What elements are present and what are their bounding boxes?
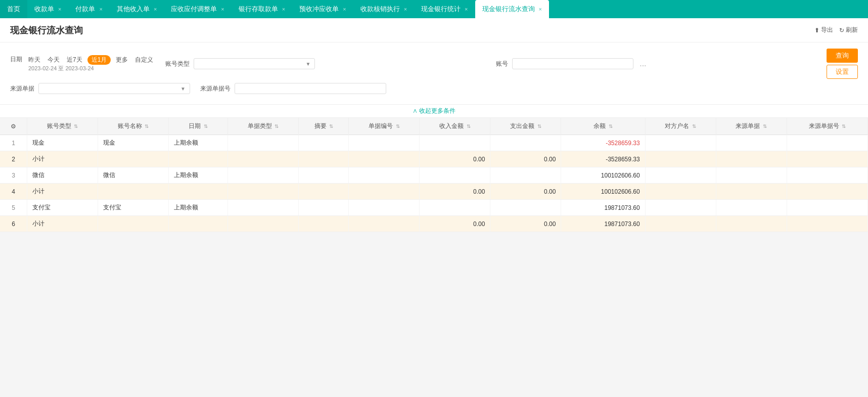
cell-doc-no: [349, 216, 420, 232]
export-button[interactable]: ⬆ 导出: [814, 26, 833, 34]
account-type-label: 账号类型: [165, 60, 190, 68]
col-account-name[interactable]: 账号名称 ⇅: [98, 118, 169, 135]
col-date[interactable]: 日期 ⇅: [169, 118, 228, 135]
cell-date: [169, 184, 228, 200]
account-label: 账号: [496, 60, 508, 68]
cell-expense: [490, 135, 561, 151]
col-counterparty[interactable]: 对方户名 ⇅: [645, 118, 716, 135]
cell-income: [420, 135, 490, 151]
close-icon[interactable]: ×: [221, 0, 224, 18]
filter-row-2: 来源单据 ▼ 来源单据号: [10, 83, 858, 94]
date-opt-1month[interactable]: 近1月: [87, 55, 111, 65]
cell-expense: 0.00: [490, 216, 561, 232]
row-number: 3: [0, 167, 27, 184]
nav-cash-flow[interactable]: 现金银行流水查询 ×: [475, 0, 549, 18]
cell-counterparty: [645, 135, 716, 151]
cell-date: [169, 151, 228, 167]
account-type-select[interactable]: ▼: [194, 58, 315, 69]
col-gear[interactable]: ⚙: [0, 118, 27, 135]
nav-other-income[interactable]: 其他收入单 ×: [110, 0, 164, 18]
sort-icon: ⇅: [145, 123, 149, 129]
sort-icon: ⇅: [842, 123, 846, 129]
source-doc-label: 来源单据: [10, 84, 34, 93]
cell-income: 0.00: [420, 184, 490, 200]
settings-button[interactable]: 设置: [827, 65, 858, 79]
sort-icon: ⇅: [609, 123, 613, 129]
cell-expense: [490, 200, 561, 216]
cell-doc-type: [228, 167, 299, 184]
cell-expense: 0.00: [490, 184, 561, 200]
close-icon[interactable]: ×: [465, 0, 468, 18]
col-summary[interactable]: 摘要 ⇅: [299, 118, 349, 135]
col-source-doc[interactable]: 来源单据 ⇅: [716, 118, 787, 135]
cell-balance: 19871073.60: [561, 216, 645, 232]
row-number: 6: [0, 216, 27, 232]
cell-account-name: 微信: [98, 167, 169, 184]
close-icon[interactable]: ×: [58, 0, 61, 18]
cell-doc-no: [349, 135, 420, 151]
close-icon[interactable]: ×: [154, 0, 157, 18]
nav-bank-deposit[interactable]: 银行存取款单 ×: [232, 0, 292, 18]
cell-balance: -3528659.33: [561, 151, 645, 167]
sort-icon: ⇅: [204, 123, 208, 129]
cell-summary: [299, 151, 349, 167]
cell-date: 上期余额: [169, 167, 228, 184]
cell-doc-type: [228, 135, 299, 151]
cell-counterparty: [645, 167, 716, 184]
cell-doc-type: [228, 200, 299, 216]
source-doc-no-label: 来源单据号: [200, 84, 231, 93]
cell-account-name: [98, 216, 169, 232]
cell-source-doc-no: [787, 135, 867, 151]
nav-prepay[interactable]: 预收冲应收单 ×: [292, 0, 353, 18]
date-opt-today[interactable]: 今天: [45, 55, 62, 65]
sort-icon: ⇅: [763, 123, 767, 129]
gear-icon[interactable]: ⚙: [11, 123, 16, 130]
cell-date: [169, 216, 228, 232]
cell-source-doc-no: [787, 216, 867, 232]
cell-date: 上期余额: [169, 200, 228, 216]
close-icon[interactable]: ×: [404, 0, 407, 18]
cell-account-type: 支付宝: [27, 200, 98, 216]
nav-ar-ap-adjust[interactable]: 应收应付调整单 ×: [164, 0, 231, 18]
nav-home[interactable]: 首页: [0, 0, 27, 18]
close-icon[interactable]: ×: [343, 0, 346, 18]
collapse-bar[interactable]: ∧ 收起更多条件: [0, 105, 868, 118]
cell-summary: [299, 216, 349, 232]
sort-icon: ⇅: [329, 123, 333, 129]
source-doc-select[interactable]: ▼: [38, 83, 190, 94]
table-row: 2 小计 0.00 0.00 -3528659.33: [0, 151, 868, 167]
cell-doc-no: [349, 200, 420, 216]
more-options-icon[interactable]: ...: [637, 59, 648, 68]
nav-verify[interactable]: 收款核销执行 ×: [353, 0, 414, 18]
cell-summary: [299, 184, 349, 200]
nav-cash-stat[interactable]: 现金银行统计 ×: [414, 0, 475, 18]
cell-summary: [299, 135, 349, 151]
col-source-doc-no[interactable]: 来源单据号 ⇅: [787, 118, 867, 135]
col-account-type[interactable]: 账号类型 ⇅: [27, 118, 98, 135]
table-container: ⚙ 账号类型 ⇅ 账号名称 ⇅ 日期 ⇅ 单据类型 ⇅: [0, 118, 868, 232]
cell-source-doc: [716, 151, 787, 167]
cell-source-doc-no: [787, 151, 867, 167]
close-icon[interactable]: ×: [99, 0, 102, 18]
date-opt-more[interactable]: 更多: [114, 55, 130, 65]
col-balance[interactable]: 余额 ⇅: [561, 118, 645, 135]
col-doc-no[interactable]: 单据编号 ⇅: [349, 118, 420, 135]
date-opt-7days[interactable]: 近7天: [65, 55, 84, 65]
col-doc-type[interactable]: 单据类型 ⇅: [228, 118, 299, 135]
date-opt-custom[interactable]: 自定义: [133, 55, 155, 65]
col-income[interactable]: 收入金额 ⇅: [420, 118, 490, 135]
col-expense[interactable]: 支出金额 ⇅: [490, 118, 561, 135]
sort-icon: ⇅: [396, 123, 400, 129]
cell-balance: -3528659.33: [561, 135, 645, 151]
nav-receipt[interactable]: 收款单 ×: [27, 0, 68, 18]
nav-payment[interactable]: 付款单 ×: [68, 0, 109, 18]
account-input[interactable]: [512, 58, 633, 69]
sort-icon: ⇅: [467, 123, 471, 129]
refresh-button[interactable]: ↻ 刷新: [839, 26, 858, 34]
close-icon[interactable]: ×: [539, 0, 542, 18]
date-opt-yesterday[interactable]: 昨天: [26, 55, 42, 65]
close-icon[interactable]: ×: [282, 0, 285, 18]
cell-account-name: [98, 184, 169, 200]
source-doc-no-input[interactable]: [235, 83, 386, 94]
query-button[interactable]: 查询: [827, 49, 858, 63]
